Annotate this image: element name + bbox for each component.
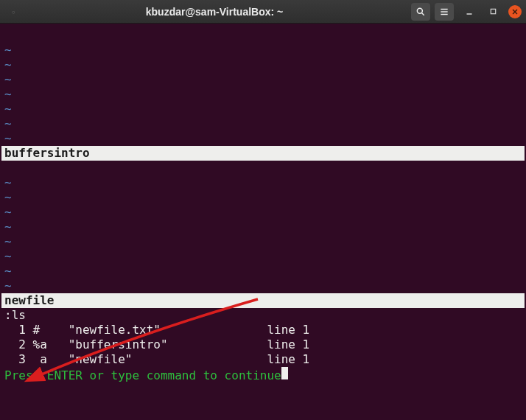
maximize-icon [489, 7, 497, 15]
vim-tilde-line: ~ [1, 234, 525, 249]
minimize-icon [465, 7, 474, 16]
app-menu-icon: ◦ [4, 6, 22, 18]
blank-line [1, 161, 525, 175]
vim-tilde-line: ~ [1, 72, 525, 87]
vim-tilde-line: ~ [1, 43, 525, 57]
vim-tilde-line: ~ [1, 264, 525, 279]
vim-prompt-text: Press ENTER or type command to continue [4, 368, 281, 383]
vim-command-line: :ls [1, 308, 525, 323]
hamburger-icon [439, 7, 449, 17]
close-icon [511, 8, 519, 15]
vim-status-top: buffersintro [1, 146, 525, 161]
buffer-list-row: 1 # "newfile.txt" line 1 [1, 323, 525, 337]
svg-point-0 [417, 8, 422, 13]
vim-tilde-line: ~ [1, 102, 525, 116]
buffer-list-row: 2 %a "buffersintro" line 1 [1, 337, 525, 352]
vim-prompt: Press ENTER or type command to continue [1, 367, 525, 386]
vim-tilde-line: ~ [1, 220, 525, 234]
svg-rect-6 [491, 9, 495, 13]
vim-buffer-list: 1 # "newfile.txt" line 1 2 %a "buffersin… [1, 323, 525, 367]
hamburger-menu-button[interactable] [435, 3, 454, 21]
vim-tilde-line: ~ [1, 279, 525, 293]
vim-tilde-line: ~ [1, 205, 525, 220]
text-cursor [281, 367, 288, 379]
terminal-viewport[interactable]: ~~~~~~~ buffersintro ~~~~~~~~ newfile :l… [0, 24, 526, 420]
minimize-button[interactable] [461, 4, 477, 20]
search-button[interactable] [411, 3, 430, 21]
vim-status-bottom: newfile [1, 293, 525, 308]
buffer-list-row: 3 a "newfile" line 1 [1, 352, 525, 367]
window-titlebar: ◦ kbuzdar@sam-VirtualBox: ~ [0, 0, 526, 24]
vim-tilde-line: ~ [1, 116, 525, 131]
maximize-button[interactable] [485, 4, 501, 20]
svg-line-1 [421, 13, 424, 15]
search-icon [415, 7, 426, 17]
vim-tilde-line: ~ [1, 57, 525, 72]
window-title: kbuzdar@sam-VirtualBox: ~ [22, 6, 407, 18]
vim-tilde-line: ~ [1, 175, 525, 190]
vim-tilde-line: ~ [1, 87, 525, 102]
blank-line [1, 28, 525, 43]
vim-tilde-line: ~ [1, 131, 525, 146]
vim-tilde-line: ~ [1, 249, 525, 264]
close-button[interactable] [508, 5, 522, 18]
vim-tilde-line: ~ [1, 190, 525, 205]
